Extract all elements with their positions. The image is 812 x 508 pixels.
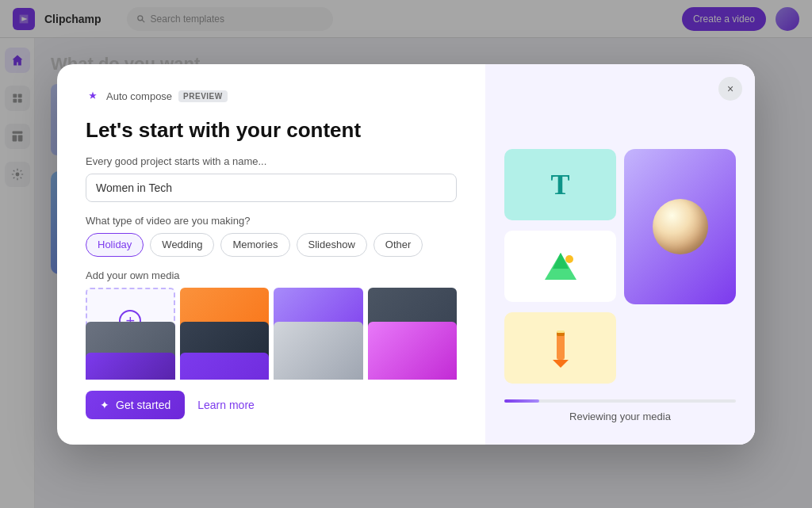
svg-point-12 xyxy=(565,255,573,263)
preview-media-grid: T xyxy=(504,149,736,384)
media-label: Add your own media xyxy=(86,269,457,281)
sparkle-icon: ✦ xyxy=(100,399,109,411)
preview-mountain xyxy=(504,231,616,302)
video-type-pills: Holiday Wedding Memories Slideshow Other xyxy=(86,233,457,257)
pill-holiday[interactable]: Holiday xyxy=(86,233,144,257)
pencil-icon xyxy=(541,328,580,368)
media-cell-6[interactable] xyxy=(274,322,363,380)
video-type-label: What type of video are you making? xyxy=(86,215,457,227)
media-cell-8[interactable]: WE ARE MAD FOR TECH xyxy=(86,353,175,379)
pill-memories[interactable]: Memories xyxy=(220,233,289,257)
modal-header: Auto compose PREVIEW xyxy=(86,90,457,104)
auto-compose-modal: Auto compose PREVIEW Let's start with yo… xyxy=(57,64,755,445)
preview-t-icon: T xyxy=(504,149,616,220)
auto-compose-label: Auto compose xyxy=(106,90,172,102)
preview-pencil xyxy=(504,312,616,384)
get-started-button[interactable]: ✦ Get started xyxy=(86,391,185,419)
preview-ball xyxy=(624,149,736,304)
get-started-label: Get started xyxy=(116,399,170,411)
close-icon: × xyxy=(727,82,733,95)
media-grid: + WE ARE MAD FOR TECH xyxy=(86,288,457,380)
svg-marker-14 xyxy=(553,360,569,368)
modal-close-button[interactable]: × xyxy=(718,77,742,101)
project-name-input[interactable] xyxy=(86,174,457,202)
mountain-icon xyxy=(541,246,580,286)
modal-overlay: Auto compose PREVIEW Let's start with yo… xyxy=(0,0,812,508)
modal-title: Let's start with your content xyxy=(86,118,457,143)
ball-icon xyxy=(653,199,708,254)
modal-right-panel: T xyxy=(485,64,755,445)
progress-bar-container xyxy=(504,399,736,403)
pill-other[interactable]: Other xyxy=(373,233,423,257)
preview-badge: PREVIEW xyxy=(178,90,228,102)
svg-rect-16 xyxy=(557,330,565,333)
modal-footer: ✦ Get started Learn more xyxy=(86,391,457,419)
modal-left-panel: Auto compose PREVIEW Let's start with yo… xyxy=(57,64,485,445)
auto-compose-icon xyxy=(86,90,100,104)
media-cell-7[interactable] xyxy=(368,322,458,380)
pill-slideshow[interactable]: Slideshow xyxy=(297,233,367,257)
media-cell-9[interactable]: HOW DOES THE FUTURE SOUND? xyxy=(180,353,270,379)
pill-wedding[interactable]: Wedding xyxy=(150,233,214,257)
t-letter-icon: T xyxy=(550,168,569,201)
learn-more-link[interactable]: Learn more xyxy=(197,399,255,411)
reviewing-text: Reviewing your media xyxy=(569,411,671,422)
project-name-label: Every good project starts with a name... xyxy=(86,155,457,167)
progress-bar-fill xyxy=(504,399,539,403)
svg-rect-13 xyxy=(557,332,565,360)
